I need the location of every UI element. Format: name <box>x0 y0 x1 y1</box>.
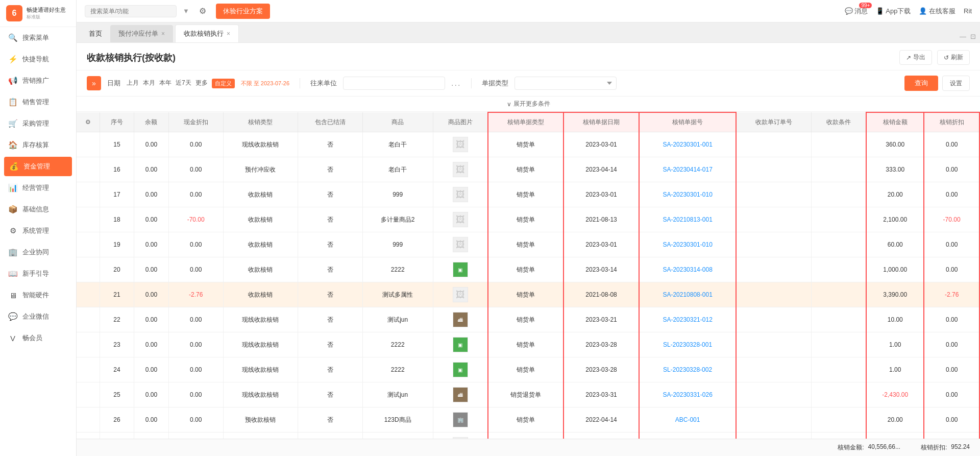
cell-verify-slip-no[interactable]: SL-20230328-001 <box>639 332 736 357</box>
slip-no-link[interactable]: SA-20210813-001 <box>663 216 712 223</box>
online-service-link[interactable]: 👤 在线客服 <box>919 7 955 16</box>
cell-verify-slip-type: 销货退货单 <box>488 382 564 407</box>
total-verify-discount-label: 核销折扣: <box>921 443 947 452</box>
sidebar-item-guide[interactable]: 📖 新手引导 <box>0 263 76 284</box>
sidebar-item-search[interactable]: 🔍 搜索菜单 <box>0 27 76 49</box>
cell-row-num: 15 <box>100 132 134 157</box>
maximize-icon[interactable]: ⊡ <box>970 33 976 40</box>
app-download-link[interactable]: 📱 App下载 <box>876 7 911 16</box>
filter-toggle-button[interactable]: » <box>87 76 101 90</box>
export-button[interactable]: ↗ 导出 <box>899 50 932 65</box>
query-button[interactable]: 查询 <box>904 76 938 91</box>
sidebar-item-sales[interactable]: 📋 销售管理 <box>0 91 76 113</box>
slip-no-link[interactable]: SA-20230301-001 <box>663 141 712 148</box>
col-goods-img: 商品图片 <box>433 112 488 132</box>
refresh-button[interactable]: ↺ 刷新 <box>937 50 970 65</box>
sidebar-item-hardware[interactable]: 🖥 智能硬件 <box>0 284 76 306</box>
sidebar-item-marketing[interactable]: 📢 营销推广 <box>0 70 76 91</box>
slip-no-link[interactable]: SL-20230328-001 <box>663 341 712 348</box>
cell-verify-slip-no[interactable]: SA-20230414-017 <box>639 157 736 182</box>
table-row: 15 0.00 0.00 现线收款核销 否 老白干 🖼 销货单 2023-03-… <box>77 132 979 157</box>
sidebar-item-purchase[interactable]: 🛒 采购管理 <box>0 113 76 134</box>
cell-verify-slip-no[interactable]: SA-20230301-010 <box>639 182 736 207</box>
filter-dots: ... <box>451 79 461 88</box>
cell-checkbox <box>77 407 100 433</box>
sidebar-item-wechat[interactable]: 💬 企业微信 <box>0 306 76 327</box>
slip-no-link[interactable]: SA-20230314-008 <box>663 266 712 273</box>
cell-verify-slip-no[interactable]: SL-20230408-001 <box>639 433 736 439</box>
filter-settings-button[interactable]: 设置 <box>942 76 970 91</box>
from-unit-input[interactable] <box>343 77 445 90</box>
cell-verify-slip-no[interactable]: SL-20230328-002 <box>639 357 736 382</box>
cell-verify-slip-no[interactable]: SA-20230331-026 <box>639 382 736 407</box>
cell-balance: 0.00 <box>134 207 168 232</box>
cell-collect-condition <box>811 207 866 232</box>
cell-verify-slip-type: 销货单 <box>488 433 564 439</box>
top-search-input[interactable] <box>85 5 177 17</box>
col-include-settled: 包含已结清 <box>298 112 363 132</box>
sidebar-item-operations[interactable]: 📊 经营管理 <box>0 177 76 199</box>
tab-collect-close[interactable]: × <box>227 30 230 37</box>
table-settings-icon[interactable]: ⚙ <box>85 118 91 126</box>
col-settings[interactable]: ⚙ <box>77 112 100 132</box>
sidebar-item-stock[interactable]: 🏠 库存核算 <box>0 134 76 156</box>
cell-verify-slip-no[interactable]: SA-20230301-001 <box>639 132 736 157</box>
table-row: 17 0.00 0.00 收款核销 否 999 🖼 销货单 2023-03-01… <box>77 182 979 207</box>
sidebar-item-member[interactable]: V 畅会员 <box>0 327 76 349</box>
cell-verify-slip-type: 销货单 <box>488 282 564 307</box>
cell-checkbox <box>77 132 100 157</box>
date-this-month[interactable]: 本月 <box>143 79 155 88</box>
slip-no-link[interactable]: SA-20210808-001 <box>663 291 712 298</box>
cell-verify-slip-no[interactable]: SA-20210813-001 <box>639 207 736 232</box>
slip-type-select[interactable] <box>514 77 617 90</box>
slip-no-link[interactable]: ABC-001 <box>675 416 700 423</box>
slip-no-link[interactable]: SA-20230321-012 <box>663 316 712 323</box>
cell-verify-slip-type: 销货单 <box>488 307 564 332</box>
settings-icon[interactable]: ⚙ <box>195 4 210 18</box>
tab-prepay-close[interactable]: × <box>161 30 165 37</box>
tab-prepay[interactable]: 预付冲应付单 × <box>110 25 173 42</box>
cell-balance: 0.00 <box>134 132 168 157</box>
slip-no-link[interactable]: SA-20230301-010 <box>663 241 712 248</box>
cell-verify-slip-type: 销货单 <box>488 132 564 157</box>
sidebar-item-enterprise[interactable]: 🏢 企业协同 <box>0 242 76 263</box>
sidebar-item-basic[interactable]: 📦 基础信息 <box>0 199 76 220</box>
user-name[interactable]: Rit <box>964 7 972 15</box>
table-footer: 核销金额: 40,556,66... 核销折扣: 952.24 <box>77 439 980 456</box>
enterprise-icon: 🏢 <box>8 248 17 257</box>
dropdown-arrow-icon[interactable]: ▼ <box>183 7 189 15</box>
custom-date-badge[interactable]: 自定义 <box>212 79 235 88</box>
tab-collect[interactable]: 收款核销执行 × <box>175 25 239 42</box>
cell-verify-slip-no[interactable]: SA-20230301-010 <box>639 232 736 257</box>
sidebar-item-finance[interactable]: 💰 资金管理 <box>4 157 72 176</box>
minimize-icon[interactable]: — <box>960 33 966 40</box>
cell-verify-slip-no[interactable]: SA-20230321-012 <box>639 307 736 332</box>
message-badge[interactable]: 💬 消息 99+ <box>845 7 868 16</box>
cell-verify-slip-no[interactable]: ABC-001 <box>639 407 736 433</box>
tab-home[interactable]: 首页 <box>81 25 110 42</box>
sidebar-item-quicknav[interactable]: ⚡ 快捷导航 <box>0 49 76 70</box>
cell-verify-slip-date: 2022-04-14 <box>564 407 639 433</box>
slip-no-link[interactable]: SA-20230331-026 <box>663 391 712 398</box>
cell-checkbox <box>77 257 100 282</box>
sidebar-label-wechat: 企业微信 <box>22 312 49 321</box>
marketing-icon: 📢 <box>8 76 17 85</box>
expand-conditions-bar[interactable]: ∨ 展开更多条件 <box>77 97 980 112</box>
from-unit-label: 往来单位 <box>310 79 337 88</box>
sidebar-item-system[interactable]: ⚙ 系统管理 <box>0 220 76 242</box>
sidebar-label-enterprise: 企业协同 <box>22 248 49 257</box>
cell-verify-type: 现线收款核销 <box>223 357 298 382</box>
date-more[interactable]: 更多 <box>195 79 208 88</box>
cell-collect-order-no <box>736 282 811 307</box>
slip-no-link[interactable]: SA-20230301-010 <box>663 191 712 198</box>
slip-no-link[interactable]: SA-20230414-017 <box>663 166 712 173</box>
cell-verify-amount: 100.00 <box>866 433 924 439</box>
app-logo: 6 畅捷通谱好生意 标准版 <box>0 0 76 27</box>
cell-verify-slip-no[interactable]: SA-20230314-008 <box>639 257 736 282</box>
date-last-month[interactable]: 上月 <box>127 79 139 88</box>
date-last-7days[interactable]: 近7天 <box>176 79 191 88</box>
cell-verify-slip-no[interactable]: SA-20210808-001 <box>639 282 736 307</box>
date-this-year[interactable]: 本年 <box>159 79 172 88</box>
slip-no-link[interactable]: SL-20230328-002 <box>663 366 712 373</box>
industry-solution-button[interactable]: 休验行业方案 <box>216 4 270 19</box>
